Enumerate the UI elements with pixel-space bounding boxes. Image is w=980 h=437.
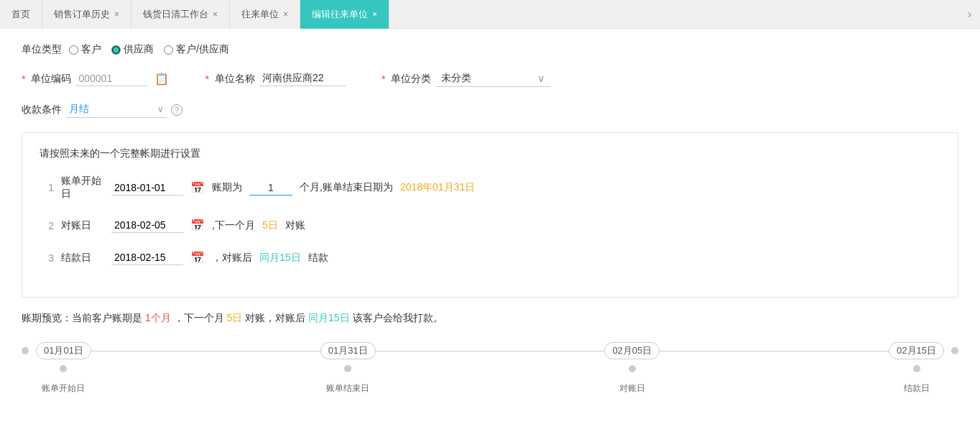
tab-bar: 首页 销售订单历史 × 钱货日清工作台 × 往来单位 × 编辑往来单位 × › [0, 0, 980, 29]
dot-2 [344, 365, 351, 372]
row-label-1: 账单开始日 [61, 175, 104, 201]
label-1: 账单开始日 [42, 382, 85, 395]
payment-text2: 结款 [308, 252, 328, 264]
period-input[interactable] [249, 180, 292, 196]
row-num-1: 1 [40, 182, 54, 193]
payment-date-input[interactable] [111, 250, 183, 265]
radio-customer-input[interactable] [69, 45, 78, 55]
preview-part3: 同月15日 [308, 312, 350, 323]
preview-suffix: 该客户会给我打款。 [353, 312, 443, 323]
unit-code-required: * [22, 73, 25, 85]
unit-type-field: 单位类型 [22, 43, 62, 56]
label-2: 账单结束日 [326, 382, 369, 395]
bubble-3: 02月05日 [604, 342, 660, 359]
unit-code-input[interactable] [75, 71, 147, 86]
period-unit-text: 个月,账单结束日期为 [300, 181, 393, 194]
timeline-point-3: 02月05日 对账日 [604, 342, 660, 395]
copy-icon[interactable]: 📋 [154, 72, 169, 86]
close-tab-contacts[interactable]: × [283, 10, 288, 19]
row-num-2: 2 [40, 220, 54, 231]
bubble-2: 01月31日 [320, 342, 376, 359]
period-text-before: 账期为 [212, 181, 242, 194]
payment-condition-field: 收款条件 月结 ∨ ? [22, 101, 182, 118]
preview-between1: ，下一个月 [174, 312, 224, 323]
timeline-end-dot [951, 347, 958, 354]
preview-section: 账期预览：当前客户账期是 1个月 ，下一个月 5日 对账，对账后 同月15日 该… [22, 312, 958, 325]
close-tab-sales-history[interactable]: × [114, 10, 119, 19]
preview-prefix: 账期预览：当前客户账期是 [22, 312, 142, 323]
unit-name-field: * 单位名称 [205, 71, 345, 86]
unit-classify-field-wrap: * 单位分类 未分类 ∨ [382, 70, 550, 87]
unit-classify-chevron-icon: ∨ [537, 73, 545, 84]
row-label-3: 结款日 [61, 252, 104, 264]
row-num-3: 3 [40, 252, 54, 264]
start-date-input[interactable] [111, 180, 183, 196]
timeline-wrapper: 01月01日 账单开始日 01月31日 账单结束日 02月05日 对账日 02月… [22, 342, 958, 395]
dot-4 [913, 365, 920, 372]
unit-type-label: 单位类型 [22, 43, 62, 56]
tab-daily-work[interactable]: 钱货日清工作台 × [131, 0, 230, 29]
unit-name-required: * [205, 73, 208, 85]
tab-sales-history[interactable]: 销售订单历史 × [42, 0, 131, 29]
tab-contacts[interactable]: 往来单位 × [230, 0, 300, 29]
tab-expand-button[interactable]: › [959, 8, 980, 21]
preview-part1: 1个月 [145, 312, 171, 323]
dot-3 [629, 365, 636, 372]
unit-classify-value: 未分类 [441, 72, 471, 85]
unit-info-row: * 单位编码 📋 * 单位名称 * 单位分类 未分类 ∨ [22, 70, 958, 87]
help-icon[interactable]: ? [171, 104, 182, 116]
setting-row-2: 2 对账日 📅 ,下一个月 5日 对账 [40, 218, 940, 233]
label-3: 对账日 [619, 382, 645, 395]
preview-part2: 5日 [226, 312, 242, 323]
label-4: 结款日 [904, 382, 930, 395]
dot-1 [60, 365, 67, 372]
tab-homepage[interactable]: 首页 [0, 0, 42, 29]
calendar-icon-3[interactable]: 📅 [190, 251, 205, 264]
main-content: 单位类型 客户 供应商 客户/供应商 * 单位编码 📋 * [0, 29, 980, 437]
unit-classify-required: * [382, 73, 385, 85]
tab-edit-contact[interactable]: 编辑往来单位 × [300, 0, 389, 29]
unit-type-row: 单位类型 客户 供应商 客户/供应商 [22, 43, 958, 56]
reconcile-highlight-day: 5日 [262, 219, 278, 232]
timeline-start-dot [22, 347, 29, 354]
unit-code-field: * 单位编码 📋 [22, 71, 169, 86]
payment-condition-value: 月结 [69, 103, 89, 116]
close-tab-daily-work[interactable]: × [213, 10, 218, 19]
close-tab-edit-contact[interactable]: × [372, 10, 377, 19]
unit-classify-label: 单位分类 [391, 73, 431, 86]
calendar-icon-2[interactable]: 📅 [190, 218, 205, 232]
payment-condition-row: 收款条件 月结 ∨ ? [22, 101, 958, 118]
unit-name-label: 单位名称 [215, 73, 255, 86]
timeline-point-4: 02月15日 结款日 [889, 342, 944, 395]
radio-supplier-input[interactable] [111, 45, 121, 55]
reconcile-text1: ,下一个月 [212, 219, 255, 232]
row-label-2: 对账日 [61, 219, 104, 232]
unit-code-label: 单位编码 [31, 73, 71, 86]
unit-name-input[interactable] [259, 71, 346, 86]
timeline-points: 01月01日 账单开始日 01月31日 账单结束日 02月05日 对账日 02月… [36, 342, 944, 395]
setting-row-1: 1 账单开始日 📅 账期为 个月,账单结束日期为 2018年01月31日 [40, 175, 940, 201]
payment-condition-label: 收款条件 [22, 104, 62, 116]
payment-text1: ，对账后 [212, 252, 252, 264]
payment-condition-chevron-icon: ∨ [157, 104, 164, 114]
reconcile-text2: 对账 [285, 219, 305, 232]
radio-supplier[interactable]: 供应商 [111, 43, 154, 56]
preview-between2: 对账，对账后 [245, 312, 305, 323]
unit-classify-select[interactable]: 未分类 ∨ [435, 70, 550, 87]
radio-both[interactable]: 客户/供应商 [164, 43, 229, 56]
unit-type-radio-group: 客户 供应商 客户/供应商 [69, 43, 229, 56]
timeline-point-1: 01月01日 账单开始日 [36, 342, 91, 395]
period-end-date: 2018年01月31日 [400, 181, 475, 194]
settings-box: 请按照未来的一个完整帐期进行设置 1 账单开始日 📅 账期为 个月,账单结束日期… [22, 132, 958, 298]
payment-highlight: 同月15日 [259, 252, 301, 264]
radio-both-input[interactable] [164, 45, 173, 55]
calendar-icon-1[interactable]: 📅 [190, 181, 205, 195]
box-title: 请按照未来的一个完整帐期进行设置 [40, 147, 940, 160]
radio-customer[interactable]: 客户 [69, 43, 101, 56]
bubble-1: 01月01日 [36, 342, 91, 359]
setting-row-3: 3 结款日 📅 ，对账后 同月15日 结款 [40, 250, 940, 265]
timeline-point-2: 01月31日 账单结束日 [320, 342, 376, 395]
reconcile-date-input[interactable] [111, 218, 183, 233]
payment-condition-select[interactable]: 月结 ∨ [66, 101, 167, 118]
bubble-4: 02月15日 [889, 342, 944, 359]
